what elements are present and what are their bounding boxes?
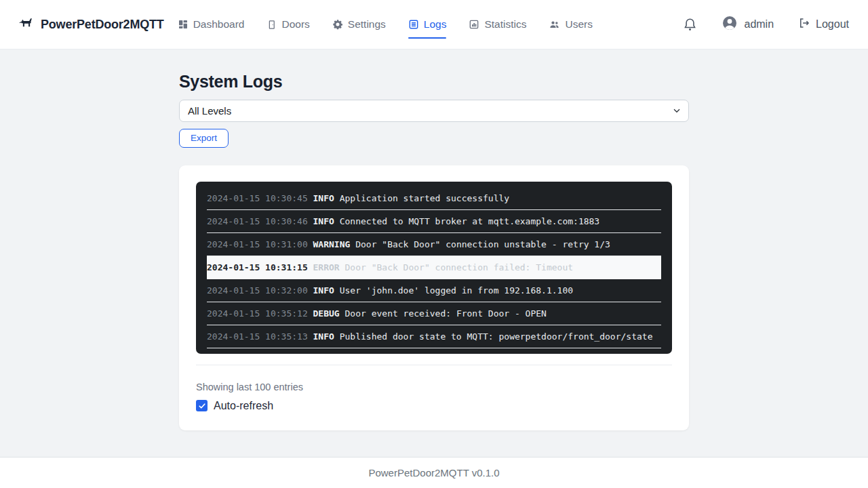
- log-list-icon: [408, 19, 419, 30]
- nav-item-label: Doors: [281, 18, 309, 30]
- log-level: INFO: [313, 216, 334, 226]
- log-row: 2024-01-15 10:30:46 INFO Connected to MQ…: [207, 210, 661, 233]
- app-version: PowerPetDoor2MQTT v0.1.0: [368, 467, 499, 479]
- gear-icon: [332, 19, 343, 30]
- log-message: User 'john.doe' logged in from 192.168.1…: [340, 285, 573, 296]
- log-row: 2024-01-15 10:32:00 INFO User 'john.doe'…: [207, 279, 661, 302]
- log-timestamp: 2024-01-15 10:30:45: [207, 193, 308, 203]
- log-row: 2024-01-15 10:30:45 INFO Application sta…: [207, 187, 661, 210]
- logout-icon: [798, 17, 810, 32]
- log-timestamp: 2024-01-15 10:31:00: [207, 239, 308, 249]
- nav-item-logs[interactable]: Logs: [408, 15, 447, 34]
- nav-item-label: Users: [565, 18, 592, 30]
- log-level: INFO: [313, 285, 334, 296]
- auto-refresh-label: Auto-refresh: [214, 400, 273, 412]
- main-nav: Dashboard Doors Settings: [178, 15, 593, 34]
- footer: PowerPetDoor2MQTT v0.1.0: [0, 457, 868, 488]
- nav-item-dashboard[interactable]: Dashboard: [178, 15, 245, 34]
- log-level: INFO: [313, 193, 334, 203]
- log-level: WARNING: [313, 239, 351, 249]
- log-level: INFO: [313, 331, 334, 342]
- nav-item-label: Dashboard: [193, 18, 245, 30]
- nav-item-settings[interactable]: Settings: [332, 15, 386, 34]
- log-message: Connected to MQTT broker at mqtt.example…: [340, 216, 600, 226]
- log-card: 2024-01-15 10:30:45 INFO Application sta…: [179, 165, 689, 430]
- log-panel: 2024-01-15 10:30:45 INFO Application sta…: [196, 182, 672, 354]
- log-timestamp: 2024-01-15 10:35:12: [207, 308, 308, 319]
- export-button[interactable]: Export: [179, 129, 229, 148]
- auto-refresh-checkbox[interactable]: [196, 400, 208, 411]
- topbar-right: admin Logout: [683, 15, 849, 34]
- log-timestamp: 2024-01-15 10:32:00: [207, 285, 308, 296]
- top-navigation-bar: PowerPetDoor2MQTT Dashboard Doors: [0, 0, 868, 49]
- username: admin: [744, 18, 774, 30]
- brand: PowerPetDoor2MQTT: [19, 18, 164, 32]
- door-icon: [267, 19, 277, 30]
- log-row: 2024-01-15 10:35:12 DEBUG Door event rec…: [207, 302, 661, 325]
- logout-label: Logout: [816, 18, 849, 30]
- log-row: 2024-01-15 10:35:13 INFO Published door …: [207, 325, 661, 348]
- log-message: Application started successfully: [340, 193, 509, 203]
- dog-logo-icon: [19, 18, 34, 32]
- main-content: System Logs All Levels Export 2024-01-15…: [0, 49, 868, 457]
- log-level: ERROR: [313, 262, 340, 272]
- app-title: PowerPetDoor2MQTT: [41, 18, 164, 32]
- log-message: Published door state to MQTT: powerpetdo…: [340, 331, 653, 342]
- log-timestamp: 2024-01-15 10:30:46: [207, 216, 308, 226]
- log-message: Door "Back Door" connection failed: Time…: [345, 262, 574, 272]
- log-row-highlighted-error: 2024-01-15 10:31:15 ERROR Door "Back Doo…: [207, 256, 661, 279]
- notifications-bell-icon[interactable]: [683, 17, 697, 33]
- log-timestamp: 2024-01-15 10:31:15: [207, 262, 308, 272]
- log-level-select[interactable]: All Levels: [179, 100, 689, 122]
- divider: [196, 365, 672, 365]
- avatar: [722, 15, 738, 34]
- users-icon: [549, 19, 560, 30]
- auto-refresh-control: Auto-refresh: [196, 400, 672, 412]
- nav-item-label: Logs: [424, 18, 447, 30]
- log-level: DEBUG: [313, 308, 340, 319]
- log-row: 2024-01-15 10:31:00 WARNING Door "Back D…: [207, 233, 661, 256]
- log-level-filter: All Levels: [179, 100, 689, 122]
- log-message: Door "Back Door" connection unstable - r…: [355, 239, 610, 249]
- nav-item-statistics[interactable]: Statistics: [469, 15, 526, 34]
- nav-item-label: Settings: [348, 18, 386, 30]
- bar-chart-icon: [469, 19, 479, 30]
- user-chip[interactable]: admin: [722, 15, 774, 34]
- entries-count-note: Showing last 100 entries: [196, 382, 672, 392]
- nav-item-doors[interactable]: Doors: [267, 15, 309, 34]
- nav-item-users[interactable]: Users: [549, 15, 592, 34]
- logout-button[interactable]: Logout: [798, 17, 849, 32]
- dashboard-grid-icon: [178, 19, 189, 30]
- log-message: Door event received: Front Door - OPEN: [345, 308, 547, 319]
- nav-item-label: Statistics: [484, 18, 526, 30]
- page-title: System Logs: [179, 72, 689, 92]
- log-timestamp: 2024-01-15 10:35:13: [207, 331, 308, 342]
